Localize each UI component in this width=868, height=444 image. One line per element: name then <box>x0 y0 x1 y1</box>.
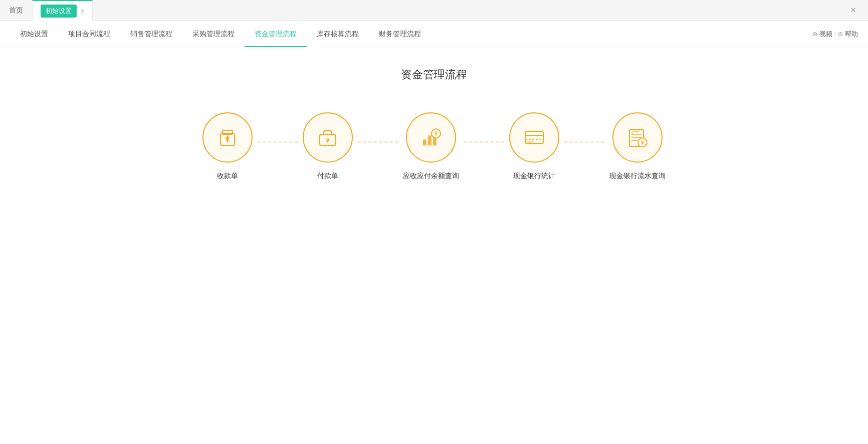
flow-circle-receipt-in: ¥ <box>202 112 253 163</box>
svg-text:¥: ¥ <box>641 140 644 145</box>
active-tab[interactable]: 初始设置 × <box>32 0 93 21</box>
connector-3 <box>459 141 509 142</box>
nav-item-fund-management[interactable]: 资金管理流程 <box>245 21 307 47</box>
connector-4 <box>559 141 609 142</box>
tab-close-button[interactable]: × <box>81 8 84 14</box>
flow-circle-bank-flow: ¥ <box>612 112 663 163</box>
flow-item-balance-query[interactable]: ¥ 应收应付余额查询 <box>403 112 459 181</box>
nav-item-sales-management[interactable]: 销售管理流程 <box>120 21 182 47</box>
active-tab-label: 初始设置 <box>41 5 77 18</box>
receipt-in-icon: ¥ <box>215 125 240 150</box>
window-close-button[interactable]: × <box>846 3 860 18</box>
flow-item-receipt-out[interactable]: ¥ 付款单 <box>303 112 353 181</box>
flow-item-bank-flow[interactable]: ¥ 现金银行流水查询 <box>609 112 666 181</box>
balance-query-icon: ¥ <box>419 125 443 150</box>
help-link[interactable]: ⊙ 帮助 <box>838 30 858 39</box>
bank-stats-icon <box>522 125 546 150</box>
flow-label-receipt-out: 付款单 <box>317 172 338 181</box>
flow-item-bank-stats[interactable]: 现金银行统计 <box>509 112 559 181</box>
svg-rect-6 <box>423 139 426 145</box>
dotted-line-1 <box>258 141 298 142</box>
receipt-out-icon: ¥ <box>316 125 340 150</box>
nav-item-finance-management[interactable]: 财务管理流程 <box>369 21 431 47</box>
page-title: 资金管理流程 <box>401 67 467 82</box>
nav-item-initial-setup[interactable]: 初始设置 <box>10 21 58 47</box>
nav-item-project-contract[interactable]: 项目合同流程 <box>58 21 120 47</box>
dotted-line-2 <box>358 141 398 142</box>
top-bar: 首页 初始设置 × × <box>0 0 868 21</box>
nav-separator: | <box>834 30 836 38</box>
svg-text:¥: ¥ <box>435 131 438 136</box>
top-bar-right: × <box>846 3 868 18</box>
svg-text:¥: ¥ <box>326 136 330 144</box>
dotted-line-4 <box>564 141 604 142</box>
flow-circle-receipt-out: ¥ <box>303 112 353 163</box>
nav-item-purchase-management[interactable]: 采购管理流程 <box>182 21 245 47</box>
flow-circle-bank-stats <box>509 112 559 163</box>
flow-label-balance-query: 应收应付余额查询 <box>403 172 459 181</box>
nav-item-inventory[interactable]: 库存核算流程 <box>307 21 369 47</box>
svg-rect-7 <box>428 135 431 145</box>
main-content: 资金管理流程 ¥ 收款单 <box>0 47 868 201</box>
flow-label-bank-flow: 现金银行流水查询 <box>609 172 666 181</box>
bank-flow-icon: ¥ <box>625 125 649 150</box>
connector-1 <box>253 141 303 142</box>
flow-circle-balance-query: ¥ <box>406 112 456 163</box>
flow-label-bank-stats: 现金银行统计 <box>513 172 555 181</box>
flow-item-receipt-in[interactable]: ¥ 收款单 <box>202 112 253 181</box>
video-link[interactable]: ⊙ 视频 <box>812 30 832 39</box>
connector-2 <box>353 141 403 142</box>
dotted-line-3 <box>464 141 504 142</box>
home-tab[interactable]: 首页 <box>0 0 32 21</box>
flow-label-receipt-in: 收款单 <box>217 172 238 181</box>
flow-container: ¥ 收款单 ¥ 付款单 <box>202 112 666 181</box>
nav-right-actions: ⊙ 视频 | ⊙ 帮助 <box>812 30 858 39</box>
nav-bar: 初始设置 项目合同流程 销售管理流程 采购管理流程 资金管理流程 库存核算流程 … <box>0 21 868 47</box>
